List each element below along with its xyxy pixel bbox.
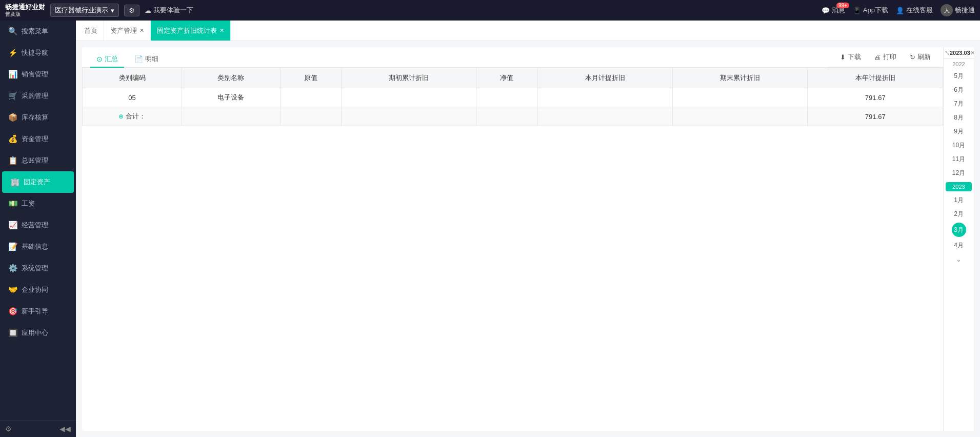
payroll-icon: 💵 [8, 199, 17, 208]
col-header-category_name: 类别名称 [182, 68, 280, 88]
refresh-icon: ↻ [910, 53, 915, 61]
enterprise-icon: 🤝 [8, 285, 17, 294]
fixed_assets-icon: 🏢 [10, 177, 19, 187]
sidebar-item-search[interactable]: 🔍 搜索菜单 [0, 21, 76, 42]
sidebar-item-sales[interactable]: 📊 销售管理 [0, 64, 76, 85]
total-cell-current_month_depr [537, 107, 672, 126]
print-button[interactable]: 🖨 打印 [870, 51, 901, 63]
main-layout: 🔍 搜索菜单 ⚡ 快捷导航 📊 销售管理 🛒 采购管理 📦 库存核算 💰 资金管… [0, 21, 980, 437]
chevron-down-icon: ⌄ [956, 255, 962, 263]
user-profile[interactable]: 人 畅捷通 [941, 4, 975, 16]
sidebar-item-system[interactable]: ⚙️ 系统管理 [0, 257, 76, 279]
sidebar-item-enterprise[interactable]: 🤝 企业协同 [0, 279, 76, 301]
tab-close-depreciation_table[interactable]: ✕ [219, 27, 224, 34]
expand-icon[interactable]: ⤡ [945, 49, 950, 56]
gear-icon: ⚙ [129, 7, 135, 14]
month-9月[interactable]: 9月 [944, 125, 974, 138]
inventory-icon: 📦 [8, 113, 17, 122]
sidebar-item-label: 快捷导航 [22, 48, 48, 57]
sub-tab-detail[interactable]: 📄 明细 [128, 51, 165, 68]
sidebar-item-payroll[interactable]: 💵 工资 [0, 193, 76, 214]
sidebar-item-operations[interactable]: 📈 经营管理 [0, 214, 76, 236]
summary-icon: ⊙ [96, 55, 103, 63]
close-date-panel-icon[interactable]: ✕ [970, 49, 974, 56]
sidebar: 🔍 搜索菜单 ⚡ 快捷导航 📊 销售管理 🛒 采购管理 📦 库存核算 💰 资金管… [0, 21, 76, 437]
month-6月[interactable]: 6月 [944, 83, 974, 97]
sidebar-item-basic_info[interactable]: 📝 基础信息 [0, 236, 76, 257]
col-header-current_month_depr: 本月计提折旧 [537, 68, 672, 88]
month-7月[interactable]: 7月 [944, 97, 974, 111]
tab-depreciation_table[interactable]: 固定资产折旧统计表✕ [151, 21, 231, 41]
detail-icon: 📄 [134, 55, 143, 63]
cell-original_value [280, 88, 341, 107]
sub-tab-summary[interactable]: ⊙ 汇总 [90, 51, 124, 68]
settings-footer-icon[interactable]: ⚙ [5, 425, 12, 433]
sidebar-item-purchase[interactable]: 🛒 采购管理 [0, 85, 76, 107]
tab-close-assets_mgmt[interactable]: ✕ [139, 27, 144, 34]
sidebar-item-funds[interactable]: 💰 资金管理 [0, 128, 76, 150]
sidebar-item-label: 搜索菜单 [22, 27, 48, 36]
refresh-button[interactable]: ↻ 刷新 [906, 51, 935, 63]
header-right: 💬 消息 99+ 📱 App下载 👤 在线客服 人 畅捷通 [822, 4, 975, 16]
month-8月[interactable]: 8月 [944, 111, 974, 125]
month-12月[interactable]: 12月 [944, 166, 974, 180]
total-cell-category_code: ⊕合计： [83, 107, 182, 126]
col-header-net_value: 净值 [476, 68, 537, 88]
service-icon: 👤 [896, 7, 904, 14]
month-2023-2月[interactable]: 2月 [944, 207, 974, 221]
sidebar-item-label: 应用中心 [22, 328, 48, 337]
settings-button[interactable]: ⚙ [124, 5, 139, 16]
month-5月[interactable]: 5月 [944, 69, 974, 83]
app-download-button[interactable]: 📱 App下载 [853, 6, 888, 15]
online-service-button[interactable]: 👤 在线客服 [896, 6, 933, 15]
sidebar-item-label: 基础信息 [22, 242, 48, 251]
month-11月[interactable]: 11月 [944, 152, 974, 166]
content-area: 首页资产管理✕固定资产折旧统计表✕ ⊙ 汇总 📄 明细 ⬇ 下载 [76, 21, 980, 437]
toolbar: ⬇ 下载 🖨 打印 ↻ 刷新 [828, 47, 943, 67]
sidebar-item-label: 库存核算 [22, 113, 48, 122]
tab-bar: 首页资产管理✕固定资产折旧统计表✕ [76, 21, 980, 41]
table-header: 类别编码类别名称原值期初累计折旧净值本月计提折旧期末累计折旧本年计提折旧 [83, 68, 943, 88]
messages-button[interactable]: 💬 消息 99+ [822, 6, 845, 15]
cell-current_year_depr: 791.67 [808, 88, 943, 107]
date-nav-down[interactable]: ⌄ [944, 252, 974, 266]
sub-tab-label: 明细 [145, 54, 158, 64]
download-button[interactable]: ⬇ 下载 [836, 51, 865, 63]
sidebar-footer: ⚙ ◀◀ [0, 420, 76, 437]
col-header-period_begin_accum_depr: 期初累计折旧 [341, 68, 476, 88]
sidebar-item-label: 新手引导 [22, 307, 48, 316]
total-icon: ⊕ [118, 113, 124, 120]
avatar: 人 [941, 4, 953, 16]
sidebar-item-fixed_assets[interactable]: 🏢 固定资产 [2, 171, 74, 193]
month-10月[interactable]: 10月 [944, 138, 974, 152]
sidebar-item-guide[interactable]: 🎯 新手引导 [0, 301, 76, 322]
message-badge: 99+ [836, 3, 849, 8]
sales-icon: 📊 [8, 70, 17, 79]
sidebar-scroll: 🔍 搜索菜单 ⚡ 快捷导航 📊 销售管理 🛒 采购管理 📦 库存核算 💰 资金管… [0, 21, 76, 420]
col-header-category_code: 类别编码 [83, 68, 182, 88]
sidebar-item-app_center[interactable]: 🔲 应用中心 [0, 322, 76, 344]
tab-assets_mgmt[interactable]: 资产管理✕ [104, 21, 151, 41]
sub-tab-label: 汇总 [105, 54, 118, 64]
download-icon: ⬇ [840, 53, 846, 61]
app-logo: 畅捷通好业财 普及版 [5, 3, 45, 17]
sidebar-item-ledger[interactable]: 📋 总账管理 [0, 150, 76, 171]
experience-button[interactable]: ☁ 我要体验一下 [145, 6, 193, 15]
month-2023-3月[interactable]: 3月 [952, 223, 966, 237]
tab-label: 固定资产折旧统计表 [157, 26, 217, 35]
sidebar-item-quicknav[interactable]: ⚡ 快捷导航 [0, 42, 76, 64]
date-panel: ⤡ 2023.03 ✕ 20225月6月7月8月9月10月11月12月20231… [943, 47, 974, 431]
chevron-down-icon: ▾ [111, 7, 114, 14]
month-2023-1月[interactable]: 1月 [944, 193, 974, 207]
sidebar-item-inventory[interactable]: 📦 库存核算 [0, 107, 76, 128]
operations-icon: 📈 [8, 221, 17, 230]
company-selector[interactable]: 医疗器械行业演示 ▾ [50, 4, 119, 17]
tab-home[interactable]: 首页 [84, 21, 104, 41]
purchase-icon: 🛒 [8, 91, 17, 101]
month-2023-4月[interactable]: 4月 [944, 239, 974, 252]
sub-tabs: ⊙ 汇总 📄 明细 [82, 47, 828, 67]
basic_info-icon: 📝 [8, 242, 17, 251]
sidebar-item-label: 销售管理 [22, 70, 48, 79]
collapse-icon[interactable]: ◀◀ [59, 425, 71, 433]
col-header-period_end_accum_depr: 期末累计折旧 [672, 68, 807, 88]
